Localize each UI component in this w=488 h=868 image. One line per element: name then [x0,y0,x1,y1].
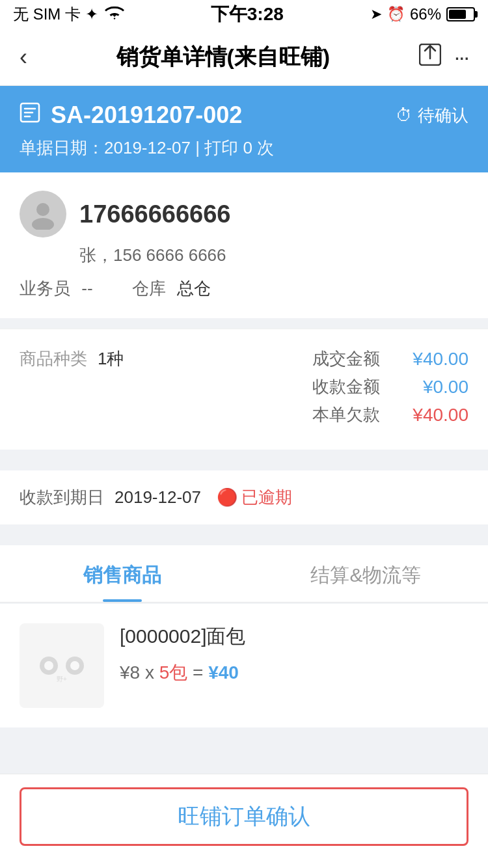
back-button[interactable]: ‹ [20,44,27,71]
sales-label: 业务员 [20,278,70,298]
amounts: 成交金额 ¥40.00 收款金额 ¥0.00 本单欠款 ¥40.00 [312,347,468,431]
overdue-badge: 🔴 已逾期 [217,486,292,509]
clock-icon: ⏱ [396,105,413,126]
location-icon: ➤ [370,6,382,23]
product-quantity: 5包 [159,662,188,683]
order-id: SA-20191207-002 [20,102,242,129]
order-date: 单据日期：2019-12-07 | 打印 0 次 [20,137,468,159]
receipt-amount-value: ¥0.00 [390,377,468,398]
svg-point-2 [36,203,49,216]
product-item: 野+ [0000002]面包 ¥8 x 5包 = ¥40 [0,604,488,727]
status-bar: 无 SIM 卡 ✦ 下午3:28 ➤ ⏰ 66% [0,0,488,29]
product-thumbnail: 野+ [20,623,104,708]
more-icon[interactable]: ··· [454,44,468,70]
page-title: 销货单详情(来自旺铺) [116,42,331,72]
tab-sales-products[interactable]: 销售商品 [0,545,244,602]
tabs-row: 销售商品 结算&物流等 [0,545,488,603]
order-status: ⏱ 待确认 [396,104,468,127]
order-doc-icon [20,102,43,129]
due-label: 收款到期日 [20,486,104,509]
warehouse-label: 仓库 [132,278,166,298]
customer-name: 张，156 6666 6666 [79,244,468,267]
product-info: [0000002]面包 ¥8 x 5包 = ¥40 [120,623,468,708]
status-bar-left: 无 SIM 卡 ✦ [13,4,124,25]
sales-value: -- [81,278,92,298]
svg-point-5 [44,661,53,670]
product-unit-price: ¥8 x [120,662,159,683]
svg-text:野+: 野+ [57,675,67,683]
svg-point-7 [70,661,79,670]
product-type: 商品种类 1种 [20,347,124,370]
due-date: 2019-12-07 [115,487,201,508]
nav-bar: ‹ 销货单详情(来自旺铺) ··· [0,29,488,86]
product-price-row: ¥8 x 5包 = ¥40 [120,660,468,685]
warehouse-value: 总仓 [177,278,211,298]
status-bar-right: ➤ ⏰ 66% [370,5,475,23]
battery-percent: 66% [410,5,441,23]
confirm-btn-container: 旺铺订单确认 [0,774,488,868]
wifi-icon [105,5,124,23]
alarm-icon: ⏰ [387,6,405,23]
warehouse-meta: 仓库 总仓 [132,277,211,300]
summary-card: 商品种类 1种 成交金额 ¥40.00 收款金额 ¥0.00 本单欠款 ¥40.… [0,329,488,450]
deal-amount-label: 成交金额 [312,347,380,370]
owe-amount-value: ¥40.00 [390,405,468,426]
owe-amount-label: 本单欠款 [312,403,380,426]
tabs-container: 销售商品 结算&物流等 [0,545,488,603]
sales-meta: 业务员 -- [20,277,93,300]
product-name: [0000002]面包 [120,623,468,650]
equals-sign: = [187,662,208,683]
overdue-warning-icon: 🔴 [217,487,237,508]
product-list: 野+ [0000002]面包 ¥8 x 5包 = ¥40 [0,604,488,727]
product-total: ¥40 [208,662,239,683]
customer-phone: 17666666666 [79,200,230,228]
svg-point-3 [32,218,54,230]
tab-settlement-logistics[interactable]: 结算&物流等 [244,545,488,602]
sim-status: 无 SIM 卡 ✦ [13,4,98,25]
product-type-value: 1种 [98,347,124,370]
customer-avatar [20,191,66,237]
deal-amount-value: ¥40.00 [390,349,468,370]
receipt-amount-label: 收款金额 [312,375,380,398]
due-date-card: 收款到期日 2019-12-07 🔴 已逾期 [0,470,488,524]
customer-card: 17666666666 张，156 6666 6666 业务员 -- 仓库 总仓 [0,172,488,318]
nav-actions: ··· [419,44,468,70]
overdue-text: 已逾期 [241,486,292,509]
status-bar-time: 下午3:28 [211,2,284,27]
customer-meta: 业务员 -- 仓库 总仓 [20,277,468,300]
confirm-order-button[interactable]: 旺铺订单确认 [20,787,468,846]
share-icon[interactable] [419,44,441,70]
battery-icon [446,7,475,21]
order-header: SA-20191207-002 ⏱ 待确认 单据日期：2019-12-07 | … [0,86,488,172]
product-type-label: 商品种类 [20,347,87,370]
